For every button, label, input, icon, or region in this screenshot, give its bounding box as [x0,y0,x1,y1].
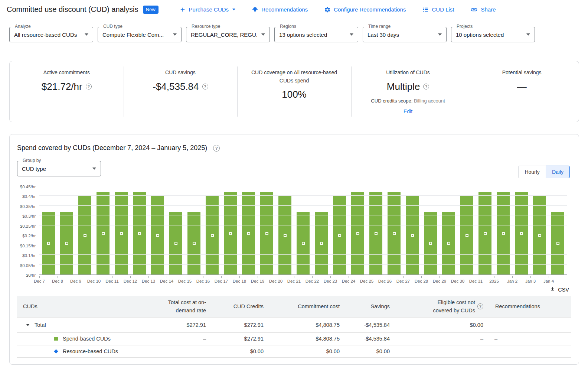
card-value: 100% [282,89,307,100]
action-label: Share [481,6,496,13]
table-cell: – [489,347,571,356]
x-tick-label: Dec 14 [160,279,173,283]
filter-value: 13 options selected [279,32,327,38]
help-icon[interactable]: ? [86,84,92,90]
x-tick [294,276,294,278]
action-recommendations[interactable]: Recommendations [252,6,308,13]
chart-title: Spend covered by CUDs (December 7, 2024 … [17,144,207,152]
bar-slot [148,187,167,274]
table-cell: $0.00 [270,347,346,356]
filter-time-range[interactable]: Time rangeLast 30 days [363,27,447,42]
table-body: Total$272.91$272.91$4,808.75-$4,535.84$0… [17,317,571,358]
filter-cud-type[interactable]: CUD typeCompute Flexible Com... [98,27,182,42]
help-icon[interactable]: ? [213,145,220,152]
download-icon [550,286,555,293]
filter-resource-type[interactable]: Resource typeREGULAR_CORE, REGU... [186,27,270,42]
bar-slot [239,187,258,274]
table-cell [489,323,571,326]
x-tick [58,276,58,278]
chart-plot-area [39,187,567,275]
y-axis-labels: $0.45/hr$0.4/hr$0.35/hr$0.3/hr$0.25/hr$0… [17,187,36,275]
expand-triangle-icon[interactable] [26,324,30,326]
bar-slot [221,187,239,274]
x-tick-label: Dec 25 [360,279,373,283]
action-purchase-cuds[interactable]: Purchase CUDs [179,6,236,13]
card-value-row: $21.72/hr? [14,81,119,92]
table-cell: $0.00 [346,347,396,356]
help-icon[interactable]: ? [423,84,429,90]
caret-down-icon [350,33,353,36]
table-cell: – [396,347,489,356]
caret-down-icon [92,168,96,170]
page-title: Committed use discount (CUD) analysis [7,5,138,14]
filter-projects[interactable]: Projects10 options selected [451,27,535,42]
table-cell: -$4,535.84 [346,321,396,329]
column-header-label: Savings [370,303,390,309]
action-cud-list[interactable]: CUD List [422,6,454,13]
action-label: Recommendations [261,6,308,13]
toggle-hourly[interactable]: Hourly [518,166,545,178]
x-tick [530,276,531,278]
group-by-row: Group by CUD type [17,161,571,176]
help-icon[interactable]: ? [477,303,483,309]
card-value: -$4,535.84 [153,81,199,92]
x-axis-labels: Dec 7Dec 8Dec 9Dec 10Dec 11Dec 12Dec 13D… [39,279,567,285]
x-tick [349,276,349,278]
gridline [39,225,567,225]
card-label: Potential savings [473,69,571,77]
edit-link[interactable]: Edit [404,108,412,114]
y-tick-label: $0.3/hr [22,214,36,218]
action-configure-recommendations[interactable]: Configure Recommendations [324,6,406,13]
card-value-row: Multiple? [356,81,461,92]
filter-label: Projects [455,24,474,29]
y-tick-label: $0.25/hr [20,224,36,228]
x-tick-label: Dec 27 [396,279,410,283]
bar-slot [512,187,530,274]
cud-analysis-page: Committed use discount (CUD) analysis Ne… [0,0,588,374]
card-value-row: -$4,535.84? [128,81,233,92]
caret-down-icon [526,33,530,36]
x-tick [567,276,567,278]
table-cell: – [139,334,212,343]
filter-analyze[interactable]: AnalyzeAll resource-based CUDs [9,27,93,42]
toggle-daily[interactable]: Daily [546,166,570,178]
action-share[interactable]: Share [470,6,496,13]
summary-card-cud-coverage: CUD coverage on All resource-based CUDs … [237,61,351,122]
card-label: Utilization of CUDs [359,69,457,77]
x-tick-label: Jan 4 [543,279,554,283]
x-tick [94,276,94,278]
list-icon [422,6,429,13]
column-header-label: Eligible cost not covered by CUDs [419,298,475,315]
card-label: CUD coverage on All resource-based CUDs … [245,69,343,85]
gridline [39,235,567,235]
cud-table: CUDsTotal cost at on-demand rateCUD Cred… [17,296,571,358]
x-tick [421,276,422,278]
x-tick-label: Dec 10 [87,279,101,283]
bar-slot [58,187,76,274]
x-tick [221,276,222,278]
y-tick-label: $0.1/hr [22,253,36,258]
group-by-select[interactable]: Group by CUD type [17,161,101,176]
x-tick-label: Dec 13 [142,279,155,283]
scope-value: Billing account [414,98,445,104]
summary-card-potential-savings: Potential savings— [465,61,579,122]
lightbulb-icon [252,6,258,13]
bar-slot [330,187,349,274]
csv-download-button[interactable]: CSV [17,286,569,293]
gridline [39,254,567,255]
card-value: — [517,81,527,92]
bar-slot [476,187,494,274]
help-icon[interactable]: ? [202,84,208,90]
bar-slot [94,187,112,274]
filter-value: Last 30 days [368,32,399,38]
table-cell: $272.91 [212,321,270,329]
gridline [39,186,567,186]
filter-value: REGULAR_CORE, REGU... [191,32,257,38]
filter-regions[interactable]: Regions13 options selected [274,27,358,42]
group-by-label: Group by [21,158,43,163]
bar-slot [112,187,130,274]
gridline [39,215,567,215]
column-header-label: CUDs [23,303,37,309]
table-row: Spend-based CUDs–$272.91$4,808.75-$4,535… [17,332,571,345]
table-row: Total$272.91$272.91$4,808.75-$4,535.84$0… [17,317,571,332]
